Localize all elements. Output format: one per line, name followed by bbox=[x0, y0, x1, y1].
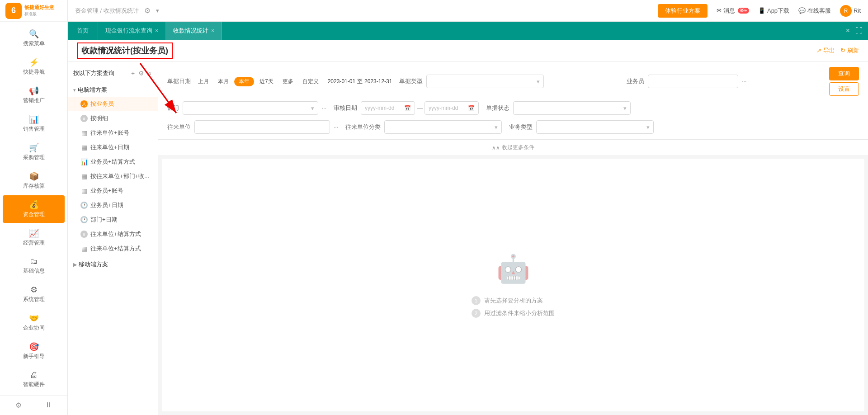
scheme-item-icon-partner-settle2: ▦ bbox=[80, 245, 88, 252]
tip-num-1: 1 bbox=[472, 296, 481, 305]
tab-close-all-btn[interactable]: × bbox=[844, 25, 852, 37]
scheme-item-label-partner-date: 往来单位+日期 bbox=[90, 143, 129, 151]
filter-biz-type-select[interactable]: ▾ bbox=[536, 120, 654, 134]
scheme-item-by-salesperson-date[interactable]: 🕐 业务员+日期 bbox=[68, 198, 158, 212]
online-service-label: 在线客服 bbox=[807, 7, 831, 15]
filter-bill-status-label: 单据状态 bbox=[486, 104, 509, 112]
date-sep: 至 bbox=[357, 78, 363, 85]
filter-salesperson-item: 业务员 ··· bbox=[627, 75, 746, 88]
date-btn-custom[interactable]: 自定义 bbox=[299, 77, 322, 86]
audit-date-to[interactable]: yyyy-mm-dd 📅 bbox=[425, 101, 479, 115]
nav-item-guide[interactable]: 🎯 新手引导 bbox=[3, 337, 65, 365]
scheme-item-by-dept-date[interactable]: 🕐 部门+日期 bbox=[68, 212, 158, 227]
doc-type-arrow: ▾ bbox=[537, 78, 540, 85]
tab-fullscreen-btn[interactable]: ⛶ bbox=[854, 25, 864, 37]
dept-more-btn[interactable]: ··· bbox=[322, 105, 326, 111]
nav-item-marketing[interactable]: 📢 营销推广 bbox=[3, 81, 65, 109]
nav-item-sales[interactable]: 📊 销售管理 bbox=[3, 110, 65, 137]
nav-item-purchase[interactable]: 🛒 采购管理 bbox=[3, 138, 65, 166]
filter-partner-category-select[interactable]: ▾ bbox=[384, 120, 502, 134]
filter-dept-select[interactable]: ▾ bbox=[183, 101, 318, 115]
scheme-item-by-detail[interactable]: ≡ 按明细 bbox=[68, 111, 158, 126]
nav-item-quick-nav[interactable]: ⚡ 快捷导航 bbox=[3, 53, 65, 80]
export-btn[interactable]: ↗ 导出 bbox=[816, 47, 835, 55]
scheme-add-btn[interactable]: + bbox=[130, 69, 136, 78]
top-bar-right: 体验行业方案 ✉ 消息 99+ 📱 App下载 💬 在线客服 R Rit bbox=[658, 4, 861, 18]
logo-text-area: 畅捷通好生意 标准版 bbox=[24, 4, 54, 17]
nav-item-corp[interactable]: 🤝 企业协同 bbox=[3, 309, 65, 336]
messages-btn[interactable]: ✉ 消息 99+ bbox=[717, 7, 749, 15]
page-header: 收款情况统计(按业务员) ↗ 导出 ↻ 刷新 bbox=[68, 40, 868, 61]
filter-doc-type-label: 单据类型 bbox=[399, 77, 423, 85]
nav-label-guide: 新手引导 bbox=[23, 353, 45, 360]
nav-item-system[interactable]: ⚙ 系统管理 bbox=[3, 280, 65, 308]
scheme-item-by-partner-dept-recv[interactable]: ▦ 按往来单位+部门+收... bbox=[68, 169, 158, 184]
inventory-icon: 📦 bbox=[29, 171, 39, 181]
finance-icon: 💰 bbox=[29, 200, 39, 210]
tab-bank-flow[interactable]: 现金银行流水查询 × bbox=[98, 22, 166, 40]
partner-category-arrow: ▾ bbox=[495, 124, 498, 131]
nav-label-corp: 企业协同 bbox=[23, 324, 45, 332]
collapse-btn[interactable]: ∧∧ 收起更多条件 bbox=[158, 140, 868, 155]
scheme-item-by-salesperson-account[interactable]: ▦ 业务员+账号 bbox=[68, 184, 158, 198]
scheme-item-by-salesperson-settle[interactable]: 📊 业务员+结算方式 bbox=[68, 155, 158, 169]
filter-date-label: 单据日期 bbox=[167, 77, 191, 85]
salesperson-more-btn[interactable]: ··· bbox=[742, 78, 746, 85]
nav-label-system: 系统管理 bbox=[23, 296, 45, 303]
refresh-btn[interactable]: ↻ 刷新 bbox=[840, 47, 859, 55]
filter-settings-btn[interactable]: 设置 bbox=[829, 82, 859, 96]
filter-bill-status-select[interactable]: ▾ bbox=[513, 101, 631, 115]
top-bar: 资金管理 / 收款情况统计 ⚙ ▾ 体验行业方案 ✉ 消息 99+ 📱 App下… bbox=[68, 0, 868, 22]
topbar-settings-icon[interactable]: ⚙ bbox=[144, 6, 151, 15]
date-btn-more[interactable]: 更多 bbox=[279, 77, 297, 86]
sidebar-settings-btn[interactable]: ⚙ bbox=[14, 399, 24, 411]
audit-date-from[interactable]: yyyy-mm-dd 📅 bbox=[361, 101, 415, 115]
nav-label-search: 搜索菜单 bbox=[23, 40, 45, 47]
filter-salesperson-select[interactable] bbox=[648, 75, 738, 88]
nav-item-operation[interactable]: 📈 经营管理 bbox=[3, 224, 65, 251]
query-btn[interactable]: 查询 bbox=[829, 67, 859, 80]
sidebar-collapse-btn[interactable]: ⏸ bbox=[43, 399, 54, 411]
scheme-collapse-btn[interactable]: « bbox=[147, 69, 152, 78]
nav-item-basic[interactable]: 🗂 基础信息 bbox=[3, 252, 65, 279]
nav-item-hardware[interactable]: 🖨 智能硬件 bbox=[3, 366, 65, 393]
user-avatar[interactable]: R Rit bbox=[840, 5, 861, 17]
scheme-item-by-partner-account[interactable]: ▦ 往来单位+账号 bbox=[68, 126, 158, 140]
date-btn-this-month[interactable]: 本月 bbox=[214, 77, 232, 86]
scheme-item-by-salesperson[interactable]: 人 按业务员 bbox=[68, 97, 158, 111]
scheme-section-mobile-header[interactable]: ▶ 移动端方案 bbox=[68, 258, 158, 271]
hardware-icon: 🖨 bbox=[30, 370, 38, 380]
date-btn-last-month[interactable]: 上月 bbox=[194, 77, 212, 86]
tab-home[interactable]: 首页 bbox=[68, 22, 98, 40]
online-service-btn[interactable]: 💬 在线客服 bbox=[798, 7, 831, 15]
filter-partner-select[interactable] bbox=[194, 120, 330, 134]
partner-more-btn[interactable]: ··· bbox=[334, 124, 338, 130]
scheme-item-label-partner-settle2: 往来单位+结算方式 bbox=[90, 245, 141, 253]
scheme-item-by-partner-settle1[interactable]: ≡ 往来单位+结算方式 bbox=[68, 227, 158, 241]
tab-bank-flow-label: 现金银行流水查询 bbox=[105, 27, 152, 35]
scheme-item-by-partner-date[interactable]: ▦ 往来单位+日期 bbox=[68, 140, 158, 155]
tab-receipt-stats-close[interactable]: × bbox=[211, 28, 214, 34]
filter-form: 单据日期 上月 本月 本年 近7天 更多 自定义 2023-01-01 bbox=[158, 61, 868, 140]
tab-receipt-stats[interactable]: 收款情况统计 × bbox=[166, 22, 222, 40]
scheme-item-icon-salesperson-account: ▦ bbox=[80, 187, 88, 194]
topbar-dropdown-icon[interactable]: ▾ bbox=[156, 7, 159, 14]
nav-item-search[interactable]: 🔍 搜索菜单 bbox=[3, 24, 65, 52]
nav-item-inventory[interactable]: 📦 库存核算 bbox=[3, 167, 65, 194]
scheme-item-by-partner-settle2[interactable]: ▦ 往来单位+结算方式 bbox=[68, 241, 158, 256]
scheme-settings-btn[interactable]: ⚙ bbox=[137, 69, 145, 78]
scheme-section-desktop: ▾ 电脑端方案 人 按业务员 ≡ 按明细 ▦ 往来单位+账号 bbox=[68, 83, 158, 256]
date-btn-7days[interactable]: 近7天 bbox=[256, 77, 277, 86]
date-btn-this-year[interactable]: 本年 bbox=[234, 77, 254, 86]
filter-dept-item: 部门 ▾ ··· bbox=[167, 101, 326, 115]
filter-area: 单据日期 上月 本月 本年 近7天 更多 自定义 2023-01-01 bbox=[158, 61, 868, 415]
app-download-btn[interactable]: 📱 App下载 bbox=[758, 7, 789, 15]
operation-icon: 📈 bbox=[29, 228, 39, 238]
tip-text-2: 用过滤条件来缩小分析范围 bbox=[484, 309, 555, 317]
tab-bank-flow-close[interactable]: × bbox=[155, 28, 158, 34]
trial-btn[interactable]: 体验行业方案 bbox=[658, 4, 708, 18]
empty-tips: 1 请先选择要分析的方案 2 用过滤条件来缩小分析范围 bbox=[472, 296, 555, 318]
scheme-section-desktop-header[interactable]: ▾ 电脑端方案 bbox=[68, 83, 158, 97]
nav-item-finance[interactable]: 💰 资金管理 bbox=[3, 195, 65, 223]
filter-doc-type-select[interactable]: ▾ bbox=[426, 75, 544, 88]
